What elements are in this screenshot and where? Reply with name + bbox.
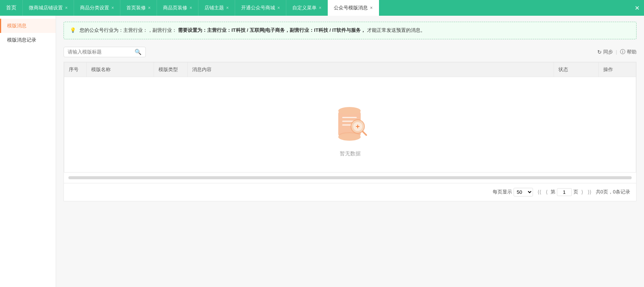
notice-box: 💡 您的公众号行业为：主营行业：，副营行业： 需要设置为：主营行业：IT科技 /…: [64, 22, 637, 39]
tab-open-mall[interactable]: 开通公众号商城 ×: [235, 0, 286, 16]
sync-icon: ↻: [597, 49, 602, 55]
close-tab-custom-menu[interactable]: ×: [319, 5, 321, 10]
empty-state: 暂无数据: [64, 77, 636, 172]
per-page-select: 每页显示 50 10 20 100: [493, 188, 533, 196]
tab-product-decor[interactable]: 商品页装修 ×: [157, 0, 198, 16]
tab-custom-menu[interactable]: 自定义菜单 ×: [286, 0, 328, 16]
close-tab-home-decor[interactable]: ×: [148, 5, 151, 10]
tab-home-decor[interactable]: 首页装修 ×: [120, 0, 157, 16]
table-scrollbar[interactable]: [68, 176, 632, 179]
tab-shop-theme[interactable]: 店铺主题 ×: [198, 0, 235, 16]
first-page-button[interactable]: ⟨⟨: [536, 188, 543, 196]
page-input[interactable]: [557, 188, 572, 196]
sidebar-item-template-record[interactable]: 模版消息记录: [0, 33, 56, 47]
search-icon[interactable]: 🔍: [135, 49, 142, 55]
main-content: 💡 您的公众号行业为：主营行业：，副营行业： 需要设置为：主营行业：IT科技 /…: [56, 16, 644, 287]
empty-illustration: [328, 100, 373, 144]
col-content: 消息内容: [188, 62, 554, 77]
last-page-button[interactable]: ⟩⟩: [586, 188, 593, 196]
total-info: 共0页，0条记录: [596, 189, 630, 195]
tab-home[interactable]: 首页: [0, 0, 23, 16]
close-tab-open-mall[interactable]: ×: [277, 5, 280, 10]
empty-state-row: 暂无数据: [64, 77, 636, 172]
tab-shop-setting[interactable]: 微商城店铺设置 ×: [23, 0, 74, 16]
tab-category-setting[interactable]: 商品分类设置 ×: [74, 0, 120, 16]
table-header-row: 序号 模版名称 模版类型 消息内容 状态 操作: [64, 62, 636, 77]
search-bar: 🔍 ↻ 同步 | ⓘ 帮助: [64, 47, 637, 57]
empty-text: 暂无数据: [340, 150, 361, 157]
help-button[interactable]: ⓘ 帮助: [620, 49, 637, 55]
next-page-button[interactable]: ⟩: [580, 188, 585, 196]
close-tab-category[interactable]: ×: [111, 5, 114, 10]
toolbar-right: ↻ 同步 | ⓘ 帮助: [597, 49, 637, 55]
help-icon: ⓘ: [620, 49, 625, 55]
close-tab-template-msg[interactable]: ×: [370, 5, 373, 10]
sync-button[interactable]: ↻ 同步: [597, 49, 613, 55]
col-name: 模版名称: [87, 62, 154, 77]
main-layout: 模版消息 模版消息记录 💡 您的公众号行业为：主营行业：，副营行业： 需要设置为…: [0, 16, 644, 287]
close-tab-product-decor[interactable]: ×: [189, 5, 192, 10]
data-table: 序号 模版名称 模版类型 消息内容 状态 操作: [64, 62, 636, 172]
tab-template-msg[interactable]: 公众号模版消息 ×: [328, 0, 379, 16]
close-tab-shop-theme[interactable]: ×: [226, 5, 229, 10]
col-type: 模版类型: [154, 62, 188, 77]
svg-line-9: [363, 131, 366, 135]
svg-point-3: [338, 133, 361, 141]
data-table-container: 序号 模版名称 模版类型 消息内容 状态 操作: [64, 62, 637, 201]
search-input[interactable]: [68, 49, 135, 55]
close-tab-shop-setting[interactable]: ×: [65, 5, 68, 10]
col-status: 状态: [554, 62, 599, 77]
pagination: 每页显示 50 10 20 100 ⟨⟨ ⟨ 第 页 ⟩ ⟩⟩: [64, 183, 636, 201]
sidebar-item-template[interactable]: 模版消息: [0, 19, 56, 33]
top-navigation: 首页 微商城店铺设置 × 商品分类设置 × 首页装修 × 商品页装修 × 店铺主…: [0, 0, 644, 16]
per-page-dropdown[interactable]: 50 10 20 100: [514, 188, 533, 196]
prev-page-button[interactable]: ⟨: [544, 188, 549, 196]
notice-icon: 💡: [70, 27, 76, 33]
col-index: 序号: [64, 62, 87, 77]
search-input-wrap: 🔍: [64, 47, 146, 57]
page-navigation: ⟨⟨ ⟨ 第 页 ⟩ ⟩⟩: [536, 188, 593, 196]
toolbar-divider: |: [616, 49, 617, 55]
col-action: 操作: [599, 62, 636, 77]
table-scrollbar-wrap: [64, 172, 636, 183]
close-all-tabs-icon[interactable]: ✕: [635, 4, 640, 12]
sidebar: 模版消息 模版消息记录: [0, 16, 56, 287]
svg-point-2: [338, 107, 361, 115]
